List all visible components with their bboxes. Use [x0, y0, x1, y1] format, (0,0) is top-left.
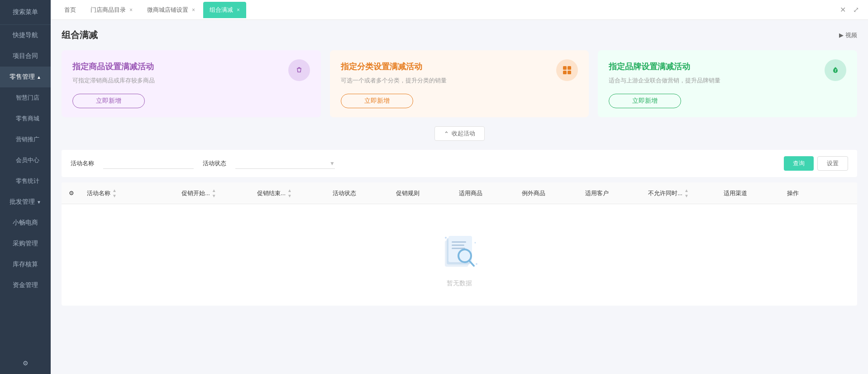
card-category: 指定分类设置满减活动 可选一个或者多个分类，提升分类的销量 立即新增: [330, 50, 589, 117]
th-start-label: 促销开始...: [181, 189, 210, 197]
main-area: 首页 门店商品目录 × 微商城店铺设置 × 组合满减 × ✕ ⤢ 组合满减 ▶ …: [51, 0, 868, 374]
svg-point-0: [293, 64, 305, 77]
th-channel: 适用渠道: [724, 189, 787, 197]
sidebar-item-purchase-mgmt[interactable]: 采购管理: [0, 233, 51, 254]
svg-rect-3: [563, 71, 567, 74]
th-status: 活动状态: [333, 189, 396, 197]
sidebar-item-retail-mgmt[interactable]: 零售管理 ▲: [0, 67, 51, 87]
collapse-activity-btn[interactable]: ⌃ 收起活动: [434, 126, 485, 141]
sort-name-icon[interactable]: ▲▼: [112, 188, 117, 198]
collapse-btn-label: 收起活动: [452, 129, 475, 138]
collapse-bar: ⌃ 收起活动: [62, 126, 857, 141]
filter-name-label: 活动名称: [71, 159, 94, 168]
tab-store-catalog-close[interactable]: ×: [129, 7, 133, 13]
sidebar-settings-btn[interactable]: ⚙: [0, 352, 51, 374]
tab-wechat-settings-close[interactable]: ×: [192, 7, 195, 13]
filter-status-select[interactable]: 进行中 已结束 未开始: [235, 160, 329, 167]
chevron-up-icon: ▲: [37, 75, 41, 80]
tab-wechat-settings-label: 微商城店铺设置: [147, 6, 188, 14]
tab-combo-discount[interactable]: 组合满减 ×: [203, 2, 246, 18]
tab-store-catalog-label: 门店商品目录: [91, 6, 126, 14]
column-settings-icon: ⚙: [69, 190, 74, 197]
sidebar-item-inventory-calc[interactable]: 库存核算: [0, 254, 51, 275]
th-action: 操作: [787, 189, 850, 197]
query-button[interactable]: 查询: [784, 156, 814, 171]
window-close-button[interactable]: ✕: [838, 5, 848, 14]
tab-home-label: 首页: [64, 6, 76, 14]
th-customer-label: 适用客户: [585, 189, 609, 197]
th-goods: 适用商品: [459, 189, 522, 197]
tab-store-catalog[interactable]: 门店商品目录 ×: [84, 2, 139, 18]
sidebar-item-member-center[interactable]: 会员中心: [0, 150, 51, 171]
svg-rect-9: [452, 241, 466, 243]
empty-state: 暂无数据: [62, 204, 857, 306]
card-category-title: 指定分类设置满减活动: [341, 61, 578, 72]
sidebar-item-xiaochang-ecom[interactable]: 小畅电商: [0, 212, 51, 233]
th-action-label: 操作: [787, 189, 799, 197]
sidebar-item-quick-nav[interactable]: 快捷导航: [0, 25, 51, 46]
filter-name-input[interactable]: [103, 158, 194, 169]
th-status-label: 活动状态: [333, 189, 356, 197]
sidebar-item-fund-mgmt[interactable]: 资金管理: [0, 275, 51, 296]
th-name[interactable]: 活动名称 ▲▼: [87, 188, 181, 198]
sort-notallow-icon[interactable]: ▲▼: [684, 188, 689, 198]
empty-icon: [437, 231, 482, 272]
settings-icon: ⚙: [23, 360, 29, 367]
sidebar-item-project-contract[interactable]: 项目合同: [0, 46, 51, 67]
th-name-label: 活动名称: [87, 189, 110, 197]
sidebar-item-retail-mall[interactable]: 零售商城: [0, 108, 51, 129]
svg-rect-4: [568, 71, 571, 74]
card-brand-btn[interactable]: 立即新增: [609, 94, 681, 108]
card-category-btn[interactable]: 立即新增: [341, 94, 413, 108]
svg-point-15: [445, 237, 447, 239]
sidebar-item-marketing[interactable]: 营销推广: [0, 129, 51, 150]
th-notallow[interactable]: 不允许同时... ▲▼: [648, 188, 724, 198]
tab-combo-discount-close[interactable]: ×: [237, 7, 240, 13]
sidebar-search[interactable]: 搜索菜单: [0, 0, 51, 25]
tab-combo-discount-label: 组合满减: [210, 6, 233, 14]
video-link[interactable]: ▶ 视频: [839, 31, 857, 39]
settings-button[interactable]: 设置: [817, 156, 848, 171]
window-expand-button[interactable]: ⤢: [851, 5, 861, 14]
th-end[interactable]: 促销结束... ▲▼: [257, 188, 333, 198]
th-except: 例外商品: [522, 189, 585, 197]
chevron-down-icon: ▼: [329, 160, 335, 167]
sort-start-icon[interactable]: ▲▼: [212, 188, 216, 198]
table-wrap: ⚙ 活动名称 ▲▼ 促销开始... ▲▼ 促销结束...: [62, 182, 857, 306]
tab-home[interactable]: 首页: [58, 2, 82, 18]
sidebar-item-retail-stats[interactable]: 零售统计: [0, 171, 51, 192]
sort-end-icon[interactable]: ▲▼: [287, 188, 292, 198]
sidebar-item-smart-store[interactable]: 智慧门店: [0, 87, 51, 108]
goods-icon: [288, 59, 310, 81]
card-goods-btn[interactable]: 立即新增: [72, 94, 145, 108]
svg-point-17: [476, 263, 477, 265]
svg-rect-2: [568, 66, 571, 70]
sidebar-item-wholesale-mgmt-label: 批发管理: [10, 198, 35, 206]
filter-status-wrapper: 进行中 已结束 未开始 ▼: [235, 158, 335, 169]
th-start[interactable]: 促销开始... ▲▼: [181, 188, 257, 198]
th-rule-label: 促销规则: [396, 189, 420, 197]
filter-row: 活动名称 活动状态 进行中 已结束 未开始 ▼ 查询 设置: [62, 150, 857, 177]
sidebar-item-wholesale-mgmt[interactable]: 批发管理 ▼: [0, 192, 51, 212]
th-rule: 促销规则: [396, 189, 459, 197]
th-goods-label: 适用商品: [459, 189, 482, 197]
tab-wechat-settings[interactable]: 微商城店铺设置 ×: [141, 2, 201, 18]
th-customer: 适用客户: [585, 189, 648, 197]
card-goods: 指定商品设置满减活动 可指定滞销商品或库存较多商品 立即新增: [62, 50, 321, 117]
filter-actions: 查询 设置: [784, 156, 848, 171]
th-end-label: 促销结束...: [257, 189, 286, 197]
video-label: 视频: [845, 31, 857, 39]
card-brand-title: 指定品牌设置满减活动: [609, 61, 846, 72]
play-icon: ▶: [839, 32, 844, 38]
svg-point-13: [460, 251, 469, 260]
page-title: 组合满减: [62, 29, 98, 41]
th-settings[interactable]: ⚙: [69, 190, 87, 197]
card-goods-title: 指定商品设置满减活动: [72, 61, 310, 72]
card-goods-desc: 可指定滞销商品或库存较多商品: [72, 77, 310, 85]
tabbar-controls: ✕ ⤢: [838, 5, 861, 14]
svg-point-16: [475, 242, 476, 244]
svg-rect-1: [563, 66, 567, 70]
table-header: ⚙ 活动名称 ▲▼ 促销开始... ▲▼ 促销结束...: [62, 182, 857, 204]
card-brand: 指定品牌设置满减活动 适合与上游企业联合做营销，提升品牌销量 立即新增: [598, 50, 857, 117]
filter-status-label: 活动状态: [203, 159, 226, 168]
